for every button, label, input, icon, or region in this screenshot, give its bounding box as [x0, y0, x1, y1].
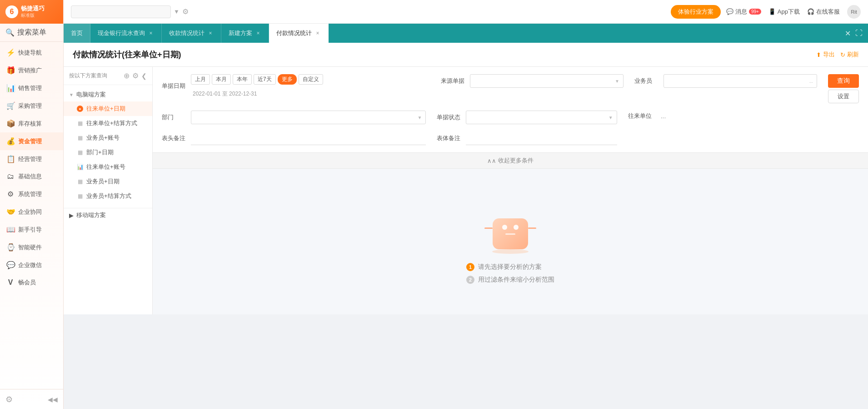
page-content: 付款情况统计(往来单位+日期) ⬆ 导出 ↻ 刷新 按以下方案查询 [64, 43, 868, 409]
tab-receipt-close[interactable]: × [207, 30, 214, 36]
app-download-action[interactable]: 📱 App下载 [768, 8, 800, 16]
tab-receipt-stats[interactable]: 收款情况统计 × [162, 24, 221, 43]
tab-payment-close[interactable]: × [314, 30, 321, 36]
sidebar-item-member[interactable]: V 畅会员 [0, 274, 63, 291]
schema-icon: ▦ [76, 134, 84, 141]
collapse-panel-btn[interactable]: ❮ [141, 72, 147, 80]
message-action[interactable]: 💬 消息 99+ [726, 8, 761, 16]
member-icon: V [6, 278, 15, 287]
sidebar-nav: ⚡ 快捷导航 🎁 营销推广 📊 销售管理 🛒 采购管理 📦 库存核算 💰 资金管… [0, 42, 63, 389]
left-panel-header: 按以下方案查询 ⊕ ⚙ ❮ [64, 67, 152, 85]
main-area: ▼ ⚙ 体验行业方案 💬 消息 99+ 📱 App下载 🎧 在线客服 Rit [64, 0, 868, 409]
sidebar-item-operations[interactable]: 📋 经营管理 [0, 150, 63, 168]
tab-home[interactable]: 首页 [64, 24, 90, 43]
header-note-input[interactable] [191, 131, 426, 145]
topbar-actions: 💬 消息 99+ 📱 App下载 🎧 在线客服 Rit [726, 5, 861, 19]
mobile-section-header[interactable]: ▶ 移动端方案 [64, 208, 152, 222]
tab-close-all-btn[interactable]: ✕ [843, 29, 853, 38]
tab-payment-label: 付款情况统计 [276, 29, 312, 37]
sidebar-item-system[interactable]: ⚙ 系统管理 [0, 185, 63, 203]
status-label: 单据状态 [437, 113, 462, 121]
sidebar-item-label: 经营管理 [18, 155, 42, 163]
export-btn[interactable]: ⬆ 导出 [816, 50, 835, 59]
trial-btn[interactable]: 体验行业方案 [671, 5, 721, 19]
desktop-section-label: 电脑端方案 [76, 91, 106, 99]
source-select[interactable]: ▼ [470, 74, 624, 88]
schema-item-contact-settlement[interactable]: ▦ 往来单位+结算方式 [64, 116, 152, 131]
address-dropdown-icon[interactable]: ▼ [174, 8, 180, 15]
search-menu[interactable]: 🔍 搜索菜单 [0, 24, 63, 42]
contact-control: ... [657, 111, 808, 121]
query-btn[interactable]: 查询 [828, 74, 859, 88]
schema-item-contact-account[interactable]: 📊 往来单位+账号 [64, 160, 152, 174]
status-select[interactable]: ▼ [466, 111, 617, 124]
sidebar-item-label: 企业协同 [18, 208, 42, 216]
tab-receipt-label: 收款情况统计 [169, 29, 205, 37]
user-avatar[interactable]: Rit [847, 5, 861, 19]
sidebar-item-purchase[interactable]: 🛒 采购管理 [0, 97, 63, 115]
schema-item-staff-settlement[interactable]: ▦ 业务员+结算方式 [64, 189, 152, 203]
date-btn-this-year[interactable]: 本年 [233, 74, 252, 85]
tab-spacer [329, 24, 839, 43]
message-badge: 99+ [749, 9, 761, 15]
mobile-arrow-icon: ▶ [69, 212, 74, 219]
contact-ellipsis-btn[interactable]: ... [657, 111, 670, 121]
operations-icon: 📋 [6, 155, 15, 163]
schema-item-dept-date[interactable]: ▦ 部门+日期 [64, 145, 152, 160]
body-note-input[interactable] [466, 131, 617, 145]
schema-item-contact-date[interactable]: ● 往来单位+日期 [64, 101, 152, 116]
collapse-chevron-icon: ∧∧ [487, 157, 496, 164]
schema-icon: 📊 [76, 163, 84, 171]
app-label: App下载 [778, 8, 800, 16]
settings-schema-btn[interactable]: ⚙ [132, 71, 139, 80]
sidebar-item-marketing[interactable]: 🎁 营销推广 [0, 61, 63, 79]
sidebar-item-guide[interactable]: 📖 新手引导 [0, 221, 63, 238]
collapse-bar[interactable]: ∧∧ 收起更多条件 [153, 152, 868, 169]
schema-item-staff-account[interactable]: ▦ 业务员+账号 [64, 131, 152, 145]
date-btn-7days[interactable]: 近7天 [254, 74, 276, 85]
schema-icon: ▦ [76, 192, 84, 200]
sidebar-item-basic-info[interactable]: 🗂 基础信息 [0, 168, 63, 185]
tab-bank[interactable]: 现金银行流水查询 × [90, 24, 162, 43]
tab-bank-close[interactable]: × [148, 30, 154, 36]
tab-new-plan[interactable]: 新建方案 × [221, 24, 269, 43]
sidebar-item-coop[interactable]: 🤝 企业协同 [0, 203, 63, 221]
tab-maximize-btn[interactable]: ⛶ [853, 29, 864, 37]
collapse-icon[interactable]: ◀◀ [48, 396, 58, 403]
tab-new-plan-close[interactable]: × [255, 30, 261, 36]
robot-eyes [493, 218, 528, 230]
sidebar-item-inventory[interactable]: 📦 库存核算 [0, 115, 63, 132]
sidebar-item-hardware[interactable]: ⌚ 智能硬件 [0, 238, 63, 256]
settings-icon[interactable]: ⚙ [5, 394, 13, 404]
address-bar: ▼ ⚙ [71, 5, 665, 18]
sidebar-item-quick-nav[interactable]: ⚡ 快捷导航 [0, 44, 63, 61]
date-btn-custom[interactable]: 自定义 [299, 74, 323, 85]
date-btn-more[interactable]: 更多 [278, 74, 297, 85]
refresh-btn[interactable]: ↻ 刷新 [840, 50, 859, 59]
source-control: ▼ [470, 74, 624, 88]
marketing-icon: 🎁 [6, 66, 15, 75]
desktop-section-header[interactable]: ▼ 电脑端方案 [64, 88, 152, 101]
settings-icon[interactable]: ⚙ [182, 7, 189, 16]
tab-payment-stats[interactable]: 付款情况统计 × [269, 24, 329, 43]
robot-arm-right [528, 227, 536, 229]
online-service-action[interactable]: 🎧 在线客服 [807, 8, 840, 16]
sidebar-item-finance[interactable]: 💰 资金管理 [0, 132, 63, 150]
staff-control: ... [663, 74, 817, 88]
sidebar-item-sales[interactable]: 📊 销售管理 [0, 79, 63, 97]
date-btn-last-month[interactable]: 上月 [191, 74, 210, 85]
staff-select[interactable]: ... [663, 74, 817, 88]
sidebar-item-weixin[interactable]: 💬 企业微信 [0, 256, 63, 274]
body-note-control [466, 131, 617, 145]
schema-item-staff-date[interactable]: ▦ 业务员+日期 [64, 174, 152, 189]
empty-hints: 1 请先选择要分析的方案 2 用过滤条件来缩小分析范围 [466, 263, 554, 284]
logo-sub: 标准版 [21, 12, 45, 19]
sidebar-item-label: 智能硬件 [18, 243, 42, 252]
add-schema-btn[interactable]: ⊕ [124, 71, 130, 80]
date-btn-this-month[interactable]: 本月 [212, 74, 231, 85]
dept-select[interactable]: ▼ [191, 111, 426, 124]
date-field: 单据日期 上月 本月 本年 近7天 更多 自定义 [162, 74, 430, 98]
settings-btn[interactable]: 设置 [828, 90, 859, 103]
source-field: 来源单据 ▼ [441, 74, 624, 88]
sidebar-item-label: 基础信息 [18, 172, 42, 181]
